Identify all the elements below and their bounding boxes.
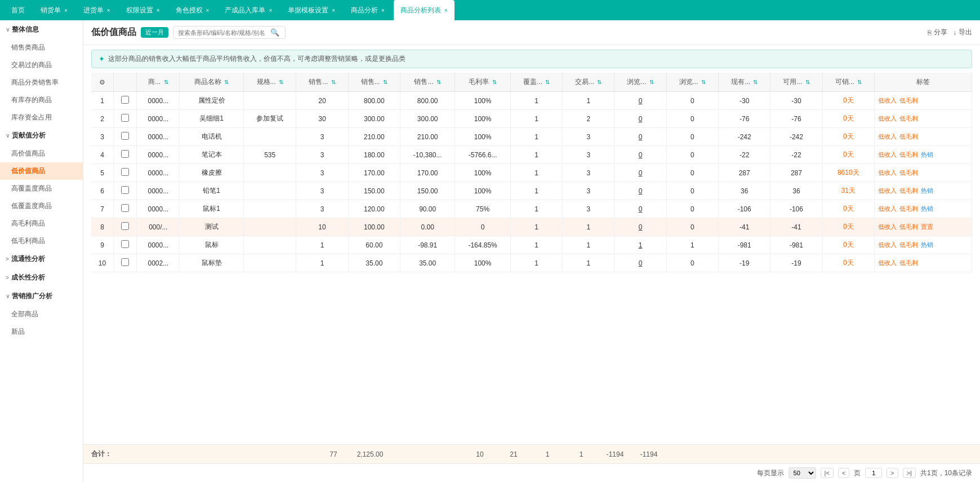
sidebar-item-低毛利商品[interactable]: 低毛利商品 xyxy=(0,232,83,250)
row-sales-qty: 3 xyxy=(296,164,348,182)
nav-close-icon[interactable]: × xyxy=(444,7,448,14)
row-sellable: 0天 xyxy=(822,236,874,254)
row-browse1[interactable]: 1 xyxy=(614,236,666,254)
nav-item-商品分析列表[interactable]: 商品分析列表× xyxy=(394,0,455,20)
table-row: 20000...吴细细1参加复试30300.00300.00100%1200-7… xyxy=(91,110,972,128)
date-badge[interactable]: 近一月 xyxy=(141,27,168,38)
sidebar-item-有库存的商品[interactable]: 有库存的商品 xyxy=(0,91,83,109)
col-header-name[interactable]: 商品名称 ⇅ xyxy=(180,73,244,92)
row-sales-amt: 100.00 xyxy=(348,218,400,236)
sidebar-item-高价值商品[interactable]: 高价值商品 xyxy=(0,145,83,162)
nav-item-角色授权[interactable]: 角色授权× xyxy=(169,0,216,20)
row-browse1: 0 xyxy=(614,110,666,128)
summary-trade: 21 xyxy=(497,450,531,458)
pagination: 每页显示 50 20 100 |< < 页 > >| 共1页，10条记录 xyxy=(83,463,980,482)
search-box[interactable]: 🔍 xyxy=(173,26,286,39)
nav-close-icon[interactable]: × xyxy=(107,7,110,14)
col-header-checkbox xyxy=(114,73,137,92)
tag-低毛利: 低毛利 xyxy=(899,151,920,158)
row-checkbox[interactable] xyxy=(114,164,137,182)
col-header-trade[interactable]: 交易... ⇅ xyxy=(563,73,614,92)
tag-低毛利: 低毛利 xyxy=(899,187,920,194)
prev-page-btn[interactable]: < xyxy=(838,468,849,478)
sidebar-item-新品[interactable]: 新品 xyxy=(0,323,83,341)
summary-coverage: 10 xyxy=(463,450,497,458)
sort-icon: ⇅ xyxy=(164,79,168,85)
nav-item-商品分析[interactable]: 商品分析× xyxy=(344,0,391,20)
tag-热销: 热销 xyxy=(921,187,933,194)
row-available: -981 xyxy=(770,236,822,254)
sidebar-item-商品分类销售率[interactable]: 商品分类销售率 xyxy=(0,74,83,91)
sidebar-section-贡献值分析[interactable]: ∨贡献值分析 xyxy=(0,126,83,145)
row-checkbox[interactable] xyxy=(114,128,137,146)
share-button[interactable]: ⎘ 分享 xyxy=(928,28,947,37)
row-coverage: 1 xyxy=(510,110,562,128)
col-header-sellable[interactable]: 可销... ⇅ xyxy=(822,73,874,92)
nav-close-icon[interactable]: × xyxy=(157,7,160,14)
sidebar-section-成长性分析[interactable]: >成长性分析 xyxy=(0,268,83,287)
sidebar-item-高毛利商品[interactable]: 高毛利商品 xyxy=(0,215,83,232)
row-sales-qty: 30 xyxy=(296,110,348,128)
first-page-btn[interactable]: |< xyxy=(821,468,834,478)
table-row: 8000/...测试10100.000.0001100-41-410天低收入 低… xyxy=(91,218,972,236)
row-sales-gross: 0.00 xyxy=(400,218,455,236)
sidebar-section-流通性分析[interactable]: >流通性分析 xyxy=(0,250,83,268)
col-header-available[interactable]: 可用... ⇅ xyxy=(770,73,822,92)
row-checkbox[interactable] xyxy=(114,254,137,272)
col-header-sales_gross[interactable]: 销售... ⇅ xyxy=(400,73,455,92)
row-checkbox[interactable] xyxy=(114,182,137,200)
row-number: 4 xyxy=(91,146,114,164)
nav-close-icon[interactable]: × xyxy=(332,7,335,14)
sidebar-item-低覆盖度商品[interactable]: 低覆盖度商品 xyxy=(0,197,83,215)
col-header-current_stock[interactable]: 现有... ⇅ xyxy=(719,73,770,92)
col-header-gross_rate[interactable]: 毛利率 ⇅ xyxy=(455,73,510,92)
col-header-coverage[interactable]: 覆盖... ⇅ xyxy=(510,73,562,92)
tag-低毛利: 低毛利 xyxy=(899,223,920,230)
row-checkbox[interactable] xyxy=(114,92,137,110)
row-current-stock: 287 xyxy=(719,164,770,182)
col-header-browse2[interactable]: 浏览... ⇅ xyxy=(666,73,718,92)
sidebar-section-营销推广分析[interactable]: ∨营销推广分析 xyxy=(0,287,83,306)
next-page-btn[interactable]: > xyxy=(887,468,898,478)
last-page-btn[interactable]: >| xyxy=(903,468,916,478)
row-sellable: 0天 xyxy=(822,110,874,128)
nav-item-单据模板设置[interactable]: 单据模板设置× xyxy=(281,0,342,20)
search-input[interactable] xyxy=(178,29,268,36)
row-checkbox[interactable] xyxy=(114,218,137,236)
row-trade: 1 xyxy=(563,218,614,236)
col-header-sales_qty[interactable]: 销售... ⇅ xyxy=(296,73,348,92)
row-checkbox[interactable] xyxy=(114,200,137,218)
col-header-browse1[interactable]: 浏览... ⇅ xyxy=(614,73,666,92)
nav-close-icon[interactable]: × xyxy=(206,7,210,14)
row-checkbox[interactable] xyxy=(114,146,137,164)
per-page-select[interactable]: 50 20 100 xyxy=(789,467,816,479)
search-icon[interactable]: 🔍 xyxy=(270,28,279,37)
page-label: 页 xyxy=(854,468,861,478)
col-header-code[interactable]: 商... ⇅ xyxy=(137,73,180,92)
sort-icon: ⇅ xyxy=(492,79,497,85)
sidebar-item-全部商品[interactable]: 全部商品 xyxy=(0,306,83,323)
nav-close-icon[interactable]: × xyxy=(381,7,385,14)
row-code: 0000... xyxy=(137,146,180,164)
page-input[interactable] xyxy=(865,468,882,478)
row-checkbox[interactable] xyxy=(114,110,137,128)
sidebar-item-销售类商品[interactable]: 销售类商品 xyxy=(0,39,83,56)
row-available: -22 xyxy=(770,146,822,164)
sidebar-item-高覆盖度商品[interactable]: 高覆盖度商品 xyxy=(0,180,83,197)
nav-close-icon[interactable]: × xyxy=(269,7,272,14)
col-header-sales_amt[interactable]: 销售... ⇅ xyxy=(348,73,400,92)
sidebar-item-低价值商品[interactable]: 低价值商品 xyxy=(0,162,83,180)
col-header-spec[interactable]: 规格... ⇅ xyxy=(244,73,296,92)
sidebar-item-库存资金占用[interactable]: 库存资金占用 xyxy=(0,109,83,126)
nav-item-权限设置[interactable]: 权限设置× xyxy=(119,0,167,20)
nav-close-icon[interactable]: × xyxy=(64,7,68,14)
nav-item-销货单[interactable]: 销货单× xyxy=(34,0,74,20)
sidebar-section-整体信息[interactable]: ∨整体信息 xyxy=(0,20,83,39)
sidebar-item-交易过的商品[interactable]: 交易过的商品 xyxy=(0,56,83,74)
nav-item-首页[interactable]: 首页 xyxy=(5,0,32,20)
nav-item-产成品入库单[interactable]: 产成品入库单× xyxy=(218,0,279,20)
nav-item-进货单[interactable]: 进货单× xyxy=(77,0,117,20)
export-button[interactable]: ↓ 导出 xyxy=(953,28,972,37)
sort-icon: ⇅ xyxy=(805,79,810,85)
row-checkbox[interactable] xyxy=(114,236,137,254)
